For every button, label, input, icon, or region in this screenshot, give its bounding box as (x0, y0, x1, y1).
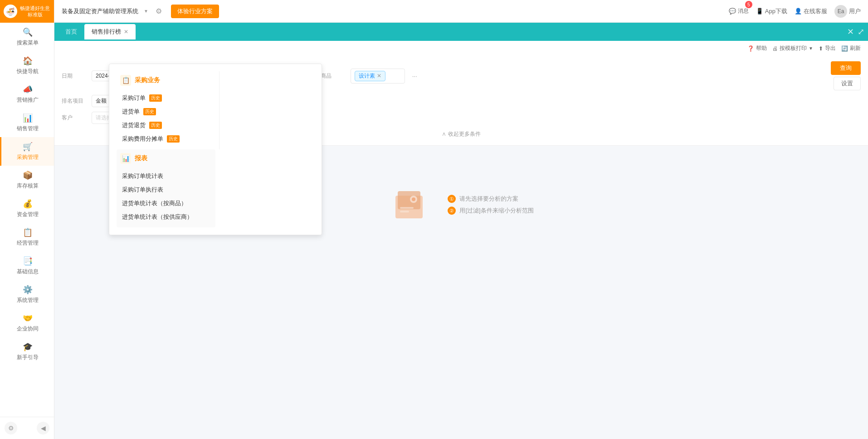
messages-badge: 5 (745, 1, 752, 8)
logo-icon: 🍜 (4, 5, 17, 18)
topbar: 装备及固定资产辅助管理系统 ▼ ⚙ 体验行业方案 💬 消息 5 📱 App下载 … (54, 0, 868, 23)
report-order-exec-item[interactable]: 采购订单执行表 (120, 183, 212, 197)
sidebar-item-system[interactable]: ⚙️ 系统管理 (0, 280, 54, 309)
report-section-title: 📊 报表 (120, 153, 212, 164)
purchase-section-title: 📋 采购业务 (120, 75, 212, 86)
settings-footer-button[interactable]: ⚙ (5, 422, 17, 434)
sidebar-item-inventory[interactable]: 📦 库存核算 (0, 166, 54, 194)
collapse-sidebar-button[interactable]: ◀ (37, 422, 49, 434)
refresh-button[interactable]: 🔄 刷新 (841, 44, 861, 52)
base-icon: 📑 (23, 256, 33, 266)
chevron-down-icon: ▼ (144, 9, 148, 14)
step-1-num: ① (448, 195, 456, 203)
search-icon: 🔍 (23, 27, 33, 37)
query-button[interactable]: 查询 (831, 61, 861, 75)
operations-icon: 📋 (23, 227, 33, 237)
goods-label: 商品 (321, 72, 343, 80)
step-2-num: ② (448, 207, 456, 215)
sidebar-item-purchase[interactable]: 🛒 采购管理 (0, 137, 54, 166)
app-download-button[interactable]: 📱 App下载 (756, 7, 787, 15)
toolbar: ❓ 帮助 🖨 按模板打印 ▼ ⬆ 导出 🔄 刷新 (54, 41, 868, 56)
sidebar-item-marketing[interactable]: 📣 营销推广 (0, 80, 54, 109)
print-icon: 🖨 (772, 45, 778, 52)
sidebar-item-quick[interactable]: 🏠 快捷导航 (0, 51, 54, 80)
print-button[interactable]: 🖨 按模板打印 ▼ (772, 44, 813, 52)
dropdown-divider (219, 71, 219, 149)
help-button[interactable]: ❓ 帮助 (747, 44, 767, 52)
mobile-icon: 📱 (756, 8, 763, 15)
marketing-icon: 📣 (23, 84, 33, 94)
sidebar-item-finance[interactable]: 💰 资金管理 (0, 194, 54, 223)
sidebar-item-search[interactable]: 🔍 搜索菜单 (0, 23, 54, 51)
expand-icon[interactable]: ⤢ (858, 27, 864, 37)
gear-icon[interactable]: ⚙ (156, 7, 162, 15)
solution-button[interactable]: 体验行业方案 (171, 5, 219, 18)
home-icon: 🏠 (23, 56, 33, 66)
refresh-icon: 🔄 (841, 45, 848, 52)
system-icon: ⚙️ (23, 285, 33, 295)
goods-tag: 设计素 ✕ (355, 71, 385, 81)
report-section: 📊 报表 采购订单统计表 采购订单执行表 进货单统计表（按商品） 进货单统计表（… (117, 149, 215, 227)
purchase-dropdown-menu: 📋 采购业务 采购订单 历史 进货单 历史 进货退货 历史 采购费用分摊单 (109, 64, 322, 235)
main-content: 装备及固定资产辅助管理系统 ▼ ⚙ 体验行业方案 💬 消息 5 📱 App下载 … (54, 0, 868, 439)
tabbar: 首页 销售排行榜 ✕ ✕ ⤢ (54, 23, 868, 41)
purchase-order-item[interactable]: 采购订单 历史 (120, 91, 212, 105)
purchase-expense-badge: 历史 (167, 135, 180, 143)
collapse-icon: ∧ (442, 131, 446, 137)
report-receipt-supplier-item[interactable]: 进货单统计表（按供应商） (120, 210, 212, 224)
service-icon: 👤 (795, 8, 802, 15)
empty-step-2: ② 用[过滤]条件来缩小分析范围 (448, 207, 533, 215)
goods-select[interactable]: 设计素 ✕ (351, 69, 405, 84)
sidebar: 🍜 畅捷通好生意 标准版 🔍 搜索菜单 🏠 快捷导航 📣 营销推广 📊 销售管理… (0, 0, 54, 439)
purchase-section-icon: 📋 (120, 75, 131, 86)
sidebar-item-operations[interactable]: 📋 经营管理 (0, 223, 54, 252)
report-section-icon: 📊 (120, 153, 131, 164)
svg-rect-5 (400, 211, 409, 212)
sidebar-item-enterprise[interactable]: 🤝 企业协同 (0, 309, 54, 337)
empty-step-1: ① 请先选择要分析的方案 (448, 195, 533, 203)
goods-more-btn[interactable]: ··· (412, 73, 417, 79)
customer-label: 客户 (62, 114, 84, 122)
purchase-icon: 🛒 (23, 142, 33, 152)
print-dropdown-icon: ▼ (809, 46, 813, 51)
tab-home[interactable]: 首页 (58, 24, 84, 39)
purchase-section: 📋 采购业务 采购订单 历史 进货单 历史 进货退货 历史 采购费用分摊单 (117, 71, 215, 149)
export-button[interactable]: ⬆ 导出 (819, 44, 836, 52)
purchase-order-badge: 历史 (149, 94, 162, 102)
close-all-icon[interactable]: ✕ (847, 27, 854, 37)
tab-close-icon[interactable]: ✕ (124, 29, 128, 35)
rank-label: 排名项目 (62, 97, 84, 105)
purchase-receipt-badge: 历史 (143, 108, 156, 115)
sidebar-item-base[interactable]: 📑 基础信息 (0, 252, 54, 280)
help-icon: ❓ (747, 45, 754, 52)
content-area: ❓ 帮助 🖨 按模板打印 ▼ ⬆ 导出 🔄 刷新 日期 2024-12 (54, 41, 868, 439)
purchase-return-badge: 历史 (149, 122, 162, 129)
sidebar-logo: 🍜 畅捷通好生意 标准版 (0, 0, 54, 23)
settings-button[interactable]: 设置 (834, 77, 861, 90)
sidebar-item-sales[interactable]: 📊 销售管理 (0, 109, 54, 137)
purchase-expense-item[interactable]: 采购费用分摊单 历史 (120, 132, 212, 146)
svg-rect-4 (400, 207, 414, 209)
sidebar-footer: ⚙ ◀ (0, 417, 54, 439)
messages-button[interactable]: 💬 消息 5 (729, 7, 749, 15)
report-order-stats-item[interactable]: 采购订单统计表 (120, 169, 212, 183)
guide-icon: 🎓 (23, 342, 33, 352)
query-actions: 查询 设置 (831, 61, 861, 90)
message-icon: 💬 (729, 8, 736, 15)
system-dropdown[interactable]: ▼ (144, 9, 148, 14)
purchase-return-item[interactable]: 进货退货 历史 (120, 118, 212, 132)
enterprise-icon: 🤝 (23, 313, 33, 323)
tab-sales-rank[interactable]: 销售排行榜 ✕ (84, 24, 136, 39)
report-receipt-goods-item[interactable]: 进货单统计表（按商品） (120, 197, 212, 210)
sidebar-nav: 🔍 搜索菜单 🏠 快捷导航 📣 营销推广 📊 销售管理 🛒 采购管理 📦 库存核… (0, 23, 54, 417)
purchase-receipt-item[interactable]: 进货单 历史 (120, 105, 212, 118)
sidebar-item-guide[interactable]: 🎓 新手引导 (0, 337, 54, 366)
sales-icon: 📊 (23, 113, 33, 123)
user-button[interactable]: Ea 用户 (834, 5, 861, 18)
empty-steps: ① 请先选择要分析的方案 ② 用[过滤]条件来缩小分析范围 (448, 195, 533, 215)
logo-text: 畅捷通好生意 标准版 (20, 5, 50, 18)
finance-icon: 💰 (23, 199, 33, 209)
user-avatar: Ea (834, 5, 847, 18)
goods-tag-close[interactable]: ✕ (377, 73, 381, 79)
online-service-button[interactable]: 👤 在线客服 (795, 7, 827, 15)
